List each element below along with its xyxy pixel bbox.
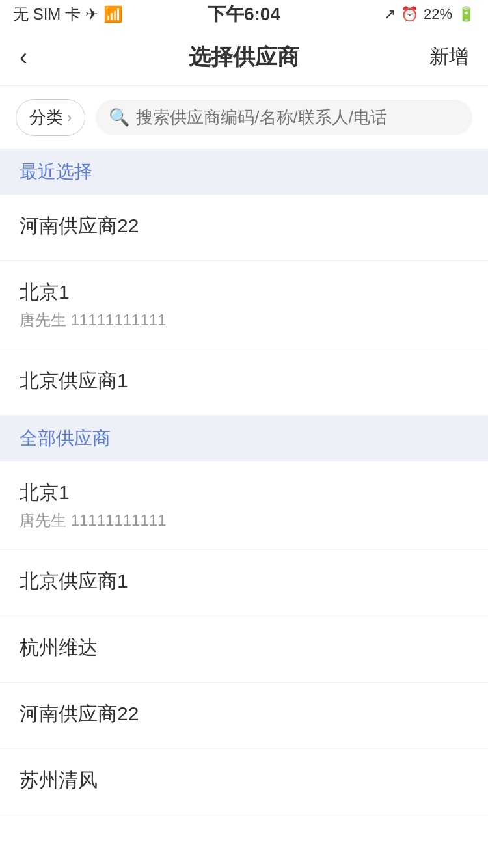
- item-name: 河南供应商22: [20, 213, 468, 239]
- list-item[interactable]: 河南供应商22: [0, 683, 488, 749]
- list-item[interactable]: 北京供应商1: [0, 550, 488, 616]
- list-item[interactable]: 苏州清风: [0, 749, 488, 815]
- item-sub: 唐先生 11111111111: [20, 510, 468, 531]
- item-sub: 唐先生 11111111111: [20, 310, 468, 331]
- sim-label: 无 SIM 卡 ✈: [13, 4, 98, 25]
- filter-bar: 分类 › 🔍: [0, 86, 488, 149]
- item-name: 北京供应商1: [20, 368, 468, 394]
- page-title: 选择供应商: [189, 42, 299, 72]
- back-button[interactable]: ‹: [20, 44, 59, 71]
- add-button[interactable]: 新增: [429, 44, 468, 70]
- search-box: 🔍: [96, 100, 472, 135]
- status-bar: 无 SIM 卡 ✈ 📶 下午6:04 ↗ ⏰ 22% 🔋: [0, 0, 488, 29]
- list-item[interactable]: 北京1唐先生 11111111111: [0, 461, 488, 550]
- alarm-icon: ⏰: [401, 6, 418, 23]
- item-name: 北京1: [20, 480, 468, 506]
- all-items-list: 北京1唐先生 11111111111北京供应商1杭州维达河南供应商22苏州清风: [0, 461, 488, 815]
- category-button[interactable]: 分类 ›: [16, 99, 85, 136]
- list-item[interactable]: 河南供应商22: [0, 195, 488, 261]
- category-label: 分类: [29, 106, 63, 129]
- chevron-down-icon: ›: [67, 109, 72, 126]
- status-right: ↗ ⏰ 22% 🔋: [384, 6, 475, 23]
- search-icon: 🔍: [109, 107, 129, 128]
- recent-section-header: 最近选择: [0, 149, 488, 195]
- item-name: 杭州维达: [20, 634, 468, 661]
- list-item[interactable]: 杭州维达: [0, 616, 488, 683]
- item-name: 苏州清风: [20, 767, 468, 794]
- list-item[interactable]: 北京供应商1: [0, 349, 488, 416]
- list-item[interactable]: 北京1唐先生 11111111111: [0, 261, 488, 349]
- item-name: 河南供应商22: [20, 701, 468, 727]
- search-input[interactable]: [136, 107, 459, 128]
- battery-icon: 🔋: [457, 6, 475, 23]
- status-left: 无 SIM 卡 ✈ 📶: [13, 4, 123, 25]
- item-name: 北京1: [20, 279, 468, 306]
- status-time: 下午6:04: [208, 2, 280, 27]
- item-name: 北京供应商1: [20, 568, 468, 595]
- recent-items-list: 河南供应商22北京1唐先生 11111111111北京供应商1: [0, 195, 488, 416]
- nav-bar: ‹ 选择供应商 新增: [0, 29, 488, 86]
- battery-indicator: 22%: [424, 6, 452, 23]
- location-icon: ↗: [384, 6, 396, 23]
- wifi-icon: 📶: [103, 5, 123, 23]
- all-section-header: 全部供应商: [0, 416, 488, 461]
